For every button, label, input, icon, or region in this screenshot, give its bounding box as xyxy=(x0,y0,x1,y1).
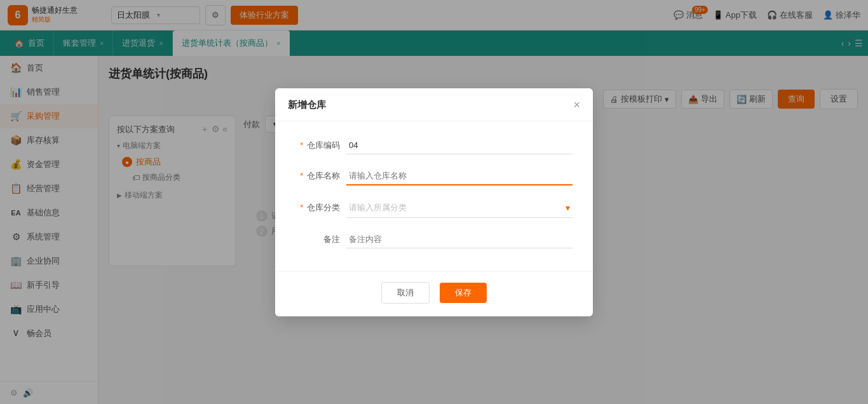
form-row-category: * 仓库分类 请输入所属分类 ▾ xyxy=(295,198,573,218)
dialog-close-icon[interactable]: × xyxy=(573,98,580,112)
category-arrow-icon: ▾ xyxy=(566,203,570,213)
form-row-code: * 仓库编码 xyxy=(295,137,573,154)
dialog-overlay: 新增仓库 × * 仓库编码 * 仓库名称 * xyxy=(0,0,868,404)
form-row-remark: 备注 xyxy=(295,231,573,248)
dialog-body: * 仓库编码 * 仓库名称 * 仓库分类 请输入所属分类 xyxy=(275,121,593,271)
category-placeholder: 请输入所属分类 xyxy=(349,202,407,213)
remark-label: 备注 xyxy=(295,234,346,245)
form-row-name: * 仓库名称 xyxy=(295,167,573,185)
name-input[interactable] xyxy=(346,167,573,185)
remark-input[interactable] xyxy=(346,231,573,248)
name-required-star: * xyxy=(300,171,303,180)
category-select[interactable]: 请输入所属分类 ▾ xyxy=(346,198,573,218)
save-button[interactable]: 保存 xyxy=(440,283,487,303)
dialog-header: 新增仓库 × xyxy=(275,88,593,121)
new-warehouse-dialog: 新增仓库 × * 仓库编码 * 仓库名称 * xyxy=(275,88,593,316)
category-required-star: * xyxy=(300,203,303,212)
dialog-title: 新增仓库 xyxy=(288,99,326,111)
cancel-button[interactable]: 取消 xyxy=(381,282,430,304)
category-label: * 仓库分类 xyxy=(295,202,346,213)
dialog-footer: 取消 保存 xyxy=(275,271,593,316)
code-required-star: * xyxy=(300,140,303,150)
code-label: * 仓库编码 xyxy=(295,140,346,151)
code-input[interactable] xyxy=(346,137,573,154)
name-label: * 仓库名称 xyxy=(295,170,346,182)
